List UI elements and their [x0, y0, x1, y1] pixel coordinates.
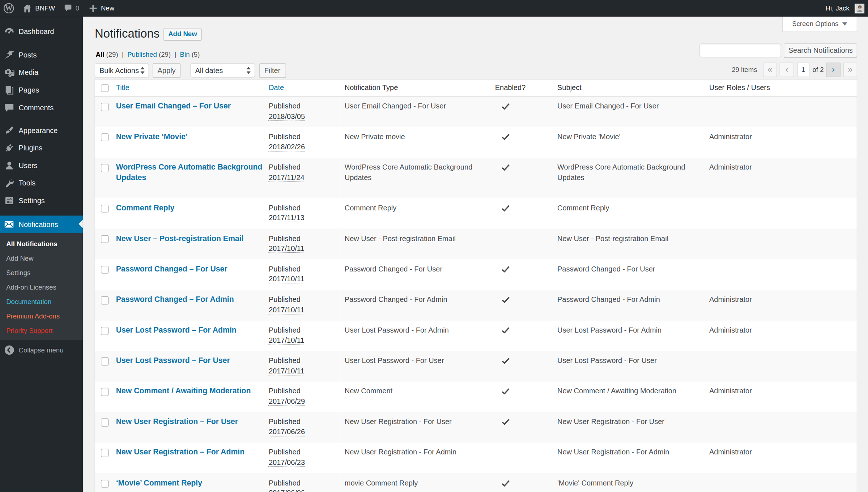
svg-text:W: W: [5, 4, 13, 12]
